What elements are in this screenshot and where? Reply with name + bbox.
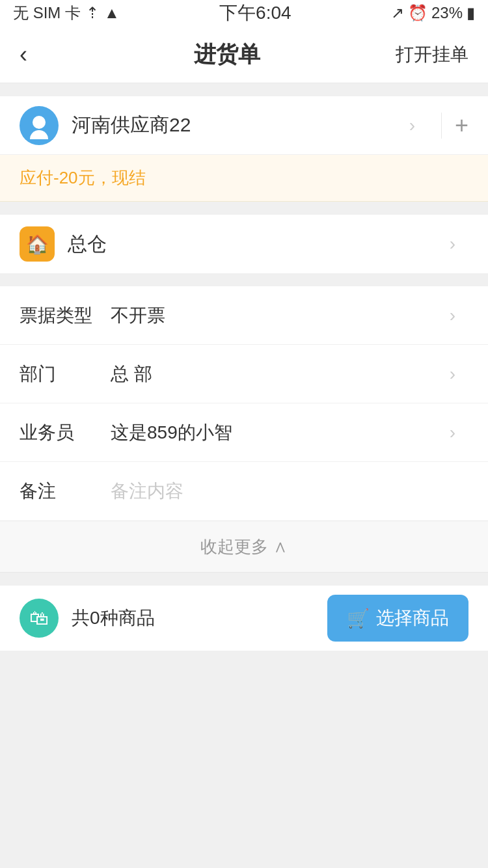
supplier-section[interactable]: 河南供应商22 › + bbox=[0, 96, 488, 155]
invoice-type-row[interactable]: 票据类型 不开票 › bbox=[0, 286, 488, 345]
location-icon: ↗ bbox=[391, 4, 404, 22]
department-label: 部门 bbox=[20, 362, 98, 387]
notice-text: 应付-20元，现结 bbox=[20, 168, 146, 187]
bottom-bar: 🛍 共0种商品 🛒 选择商品 bbox=[0, 586, 488, 651]
battery-text: 23% bbox=[431, 4, 463, 22]
status-left: 无 SIM 卡 ⇡ ▲ bbox=[13, 3, 120, 23]
salesperson-chevron-icon: › bbox=[450, 422, 455, 443]
bag-symbol: 🛍 bbox=[29, 607, 49, 629]
warehouse-icon-bg: 🏠 bbox=[20, 226, 55, 262]
select-product-label: 选择商品 bbox=[376, 606, 449, 631]
alarm-icon: ⏰ bbox=[408, 4, 427, 22]
department-row[interactable]: 部门 总 部 › bbox=[0, 345, 488, 403]
page-title: 进货单 bbox=[194, 40, 260, 70]
collapse-row[interactable]: 收起更多 ∧ bbox=[0, 521, 488, 573]
notice-banner: 应付-20元，现结 bbox=[0, 155, 488, 202]
supplier-name: 河南供应商22 bbox=[72, 112, 409, 139]
add-supplier-button[interactable]: + bbox=[455, 112, 468, 139]
supplier-divider bbox=[441, 113, 442, 139]
select-product-icon: 🛒 bbox=[347, 608, 370, 629]
person-icon bbox=[29, 116, 49, 135]
warehouse-section[interactable]: 🏠 总仓 › bbox=[0, 215, 488, 273]
status-time: 下午6:04 bbox=[219, 1, 291, 25]
department-chevron-icon: › bbox=[450, 364, 455, 385]
house-icon: 🏠 bbox=[26, 234, 49, 255]
remark-label: 备注 bbox=[20, 479, 98, 504]
salesperson-label: 业务员 bbox=[20, 420, 98, 445]
form-section: 票据类型 不开票 › 部门 总 部 › 业务员 这是859的小智 › 备注 备注… bbox=[0, 286, 488, 521]
warehouse-name: 总仓 bbox=[68, 231, 450, 258]
status-bar: 无 SIM 卡 ⇡ ▲ 下午6:04 ↗ ⏰ 23% ▮ bbox=[0, 0, 488, 26]
back-button[interactable]: ‹ bbox=[20, 41, 59, 68]
section-divider-1 bbox=[0, 83, 488, 96]
status-right: ↗ ⏰ 23% ▮ bbox=[391, 4, 475, 22]
invoice-type-label: 票据类型 bbox=[20, 303, 98, 328]
product-count-label: 共0种商品 bbox=[72, 606, 327, 631]
supplier-avatar bbox=[20, 106, 59, 145]
remark-row[interactable]: 备注 备注内容 bbox=[0, 462, 488, 521]
invoice-type-chevron-icon: › bbox=[450, 305, 455, 326]
nav-bar: ‹ 进货单 打开挂单 bbox=[0, 26, 488, 83]
department-value: 总 部 bbox=[98, 362, 450, 387]
salesperson-row[interactable]: 业务员 这是859的小智 › bbox=[0, 403, 488, 462]
warehouse-chevron-icon: › bbox=[450, 234, 455, 254]
select-product-button[interactable]: 🛒 选择商品 bbox=[327, 595, 468, 642]
salesperson-value: 这是859的小智 bbox=[98, 420, 450, 445]
product-bag-icon: 🛍 bbox=[20, 599, 59, 638]
open-pending-button[interactable]: 打开挂单 bbox=[396, 42, 468, 67]
carrier-text: 无 SIM 卡 bbox=[13, 3, 81, 23]
supplier-chevron-icon: › bbox=[409, 115, 415, 136]
collapse-label: 收起更多 ∧ bbox=[200, 536, 287, 558]
signal-icon: ▲ bbox=[104, 4, 120, 22]
remark-input[interactable]: 备注内容 bbox=[98, 479, 468, 504]
invoice-type-value: 不开票 bbox=[98, 303, 450, 328]
background-fill bbox=[0, 651, 488, 868]
battery-icon: ▮ bbox=[467, 4, 475, 22]
wifi-icon: ⇡ bbox=[86, 4, 99, 22]
